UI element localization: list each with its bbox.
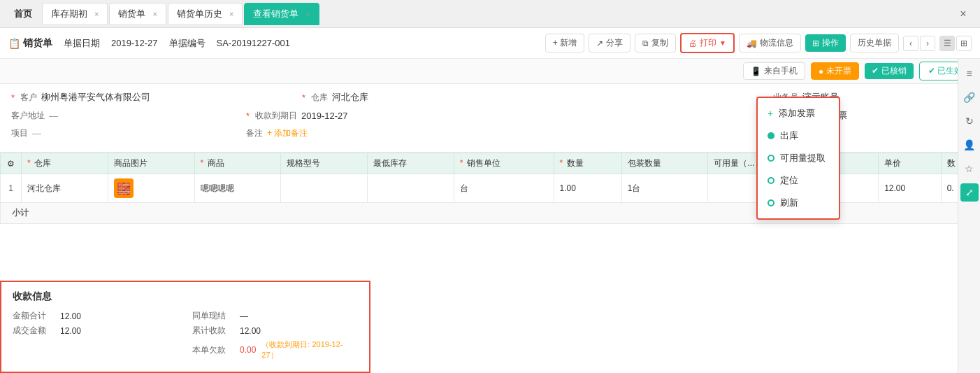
locate-item[interactable]: 定位 xyxy=(758,169,839,192)
tab-sales-history-close[interactable]: × xyxy=(229,10,233,18)
locate-label: 定位 xyxy=(780,174,798,187)
customer-value[interactable]: 柳州粤港平安气体有限公司 xyxy=(41,91,150,104)
tab-home-label: 首页 xyxy=(14,8,32,20)
address-label: 客户地址 xyxy=(11,110,45,122)
operate-label: 操作 xyxy=(822,37,839,49)
sidebar-link-icon[interactable]: 🔗 xyxy=(960,88,979,106)
due-date-value[interactable]: 2019-12-27 xyxy=(301,111,348,121)
same-order-label: 同单现结 xyxy=(192,310,234,322)
accumulated-row: 累计收款 12.00 xyxy=(192,325,358,337)
available-qty-item[interactable]: 可用量提取 xyxy=(758,147,839,169)
tab-sales-history[interactable]: 销货单历史 × xyxy=(168,3,243,25)
from-phone-button[interactable]: 📱 来自手机 xyxy=(743,62,805,80)
sidebar-list-icon[interactable]: ≡ xyxy=(960,64,979,83)
accumulated-value: 12.00 xyxy=(240,326,261,336)
sidebar-star-icon[interactable]: ☆ xyxy=(960,160,979,178)
prev-button[interactable]: ‹ xyxy=(903,36,918,51)
add-invoice-label: 添加发票 xyxy=(779,107,815,120)
tab-home[interactable]: 首页 xyxy=(6,3,41,25)
confirm-button[interactable]: ✔ 已核销 xyxy=(865,63,913,79)
payment-info-box: 收款信息 金额合计 12.00 成交金额 12.00 同单现结 — 累计收款 xyxy=(0,281,370,373)
tab-sales-order-close[interactable]: × xyxy=(152,10,157,18)
not-open-button[interactable]: ● 未开票 xyxy=(811,62,859,80)
customer-label: 客户 xyxy=(20,92,37,104)
number-label: 单据编号 xyxy=(169,37,206,50)
settings-icon[interactable]: ⚙ xyxy=(7,159,15,169)
number-value: SA-20191227-001 xyxy=(217,38,291,48)
doc-icon: 📋 销货单 xyxy=(8,37,52,50)
secondary-toolbar: 📱 来自手机 ● 未开票 ✔ 已核销 ✔ 已生效 xyxy=(0,59,980,84)
col-unit: * 销售单位 xyxy=(454,153,554,174)
project-field: 项目 — xyxy=(11,127,207,139)
list-view-btn[interactable]: ☰ xyxy=(939,36,955,51)
effect-check-icon: ✔ xyxy=(928,66,935,76)
row-price: 12.00 xyxy=(879,174,942,203)
tab-sales-order-label: 销货单 xyxy=(118,8,145,20)
address-value: — xyxy=(49,111,58,121)
outbound-label: 出库 xyxy=(780,129,798,142)
tab-sales-order[interactable]: 销货单 × xyxy=(109,3,166,25)
same-order-row: 同单现结 — xyxy=(192,310,358,322)
grid-view-btn[interactable]: ⊞ xyxy=(956,36,972,51)
tab-inventory-label: 库存期初 xyxy=(51,8,87,20)
tab-view-sales-close[interactable]: × xyxy=(305,10,310,18)
logistics-icon: 🚚 xyxy=(747,38,757,48)
locate-dot-icon xyxy=(768,177,774,184)
doc-icon-symbol: 📋 xyxy=(8,38,20,49)
col-qty: * 数量 xyxy=(554,153,621,174)
row-pkg-qty: 1台 xyxy=(621,174,708,203)
share-button[interactable]: ↗ 分享 xyxy=(589,34,630,52)
warehouse-label: 仓库 xyxy=(311,92,328,104)
balance-row: 本单欠款 0.00 （收款到期日: 2019-12-27） xyxy=(192,339,358,360)
refresh-label: 刷新 xyxy=(780,197,798,209)
next-button[interactable]: › xyxy=(920,36,935,51)
address-field: 客户地址 — xyxy=(11,110,207,122)
add-note-button[interactable]: + 添加备注 xyxy=(267,127,308,139)
total-value: 12.00 xyxy=(60,311,81,321)
window-close-button[interactable]: × xyxy=(952,3,974,25)
tab-inventory-init[interactable]: 库存期初 × xyxy=(42,3,108,25)
print-icon: 🖨 xyxy=(689,38,697,48)
right-sidebar: ≡ 🔗 ↻ 👤 ☆ ⤢ xyxy=(958,59,980,373)
confirm-check-icon: ✔ xyxy=(872,66,879,76)
operate-grid-icon: ⊞ xyxy=(812,38,819,48)
col-gear: ⚙ xyxy=(1,153,22,174)
logistics-label: 物流信息 xyxy=(760,37,793,49)
copy-label: 复制 xyxy=(651,37,668,49)
tab-view-sales[interactable]: 查看销货单 × xyxy=(244,3,319,25)
tab-bar: 首页 库存期初 × 销货单 × 销货单历史 × 查看销货单 × × xyxy=(0,0,980,28)
transaction-value: 12.00 xyxy=(60,326,81,336)
sidebar-expand-icon[interactable]: ⤢ xyxy=(960,183,979,202)
sidebar-refresh-icon[interactable]: ↻ xyxy=(960,112,979,130)
outbound-item[interactable]: 出库 xyxy=(758,125,839,147)
copy-button[interactable]: ⧉ 复制 xyxy=(635,34,676,52)
doc-title: 销货单 xyxy=(23,37,52,50)
refresh-item[interactable]: 刷新 xyxy=(758,192,839,214)
history-button[interactable]: 历史单据 xyxy=(850,34,899,52)
sidebar-user-icon[interactable]: 👤 xyxy=(960,136,979,154)
new-button[interactable]: + 新增 xyxy=(545,34,584,52)
payment-total-row: 金额合计 12.00 xyxy=(13,310,178,322)
from-phone-label: 来自手机 xyxy=(764,65,798,77)
doc-meta: 单据日期 2019-12-27 单据编号 SA-20191227-001 xyxy=(64,37,290,50)
total-label: 金额合计 xyxy=(13,310,55,322)
row-qty: 1.00 xyxy=(554,174,621,203)
row-num: 1 xyxy=(1,174,22,203)
warehouse-value[interactable]: 河北仓库 xyxy=(332,91,368,104)
view-toggle: ☰ ⊞ xyxy=(939,36,972,51)
due-date-field: * 收款到期日 2019-12-27 xyxy=(246,110,442,122)
share-icon: ↗ xyxy=(596,38,603,48)
logistics-button[interactable]: 🚚 物流信息 xyxy=(739,34,801,52)
operate-button[interactable]: ⊞ 操作 xyxy=(805,34,846,52)
print-button[interactable]: 🖨 打印 ▼ xyxy=(680,33,735,53)
balance-value: 0.00 xyxy=(240,345,256,355)
add-invoice-item[interactable]: + 添加发票 xyxy=(758,102,839,125)
transaction-label: 成交金额 xyxy=(13,325,55,337)
tab-inventory-close[interactable]: × xyxy=(94,10,99,18)
warehouse-field: * 仓库 河北仓库 xyxy=(302,91,498,104)
balance-label: 本单欠款 xyxy=(192,344,234,356)
customer-required: * xyxy=(11,92,15,103)
col-pkg-qty: 包装数量 xyxy=(621,153,708,174)
outbound-dot-icon xyxy=(768,132,774,139)
row-min-stock xyxy=(368,174,454,203)
